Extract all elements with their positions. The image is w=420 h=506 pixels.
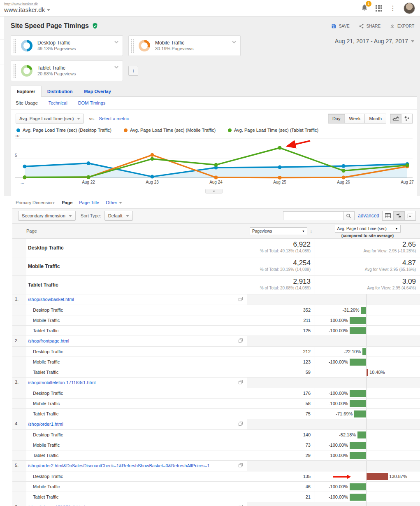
svg-text:Aug 24: Aug 24 [209, 180, 223, 184]
comparison-value: -100.00% [329, 388, 348, 399]
avatar[interactable] [404, 2, 415, 14]
segment-card-tablet[interactable]: Tablet Traffic 20.68% Pageviews [11, 61, 123, 81]
open-page-button[interactable] [238, 463, 243, 469]
chevron-down-icon[interactable] [114, 39, 119, 45]
table-row: Desktop Traffic140-52.18% [12, 430, 420, 440]
page-link[interactable]: /shop/mobiltelefon-171183s1.html [26, 378, 95, 385]
table-row: Desktop Traffic135130.87% [12, 471, 420, 482]
date-range-selector[interactable]: Aug 21, 2017 - Aug 27, 2017 [335, 38, 414, 44]
secondary-dimension-select[interactable]: Secondary dimension [18, 211, 76, 221]
bar-axis-line [367, 294, 367, 305]
tab-explorer[interactable]: Explorer [11, 86, 42, 97]
comparison-view-icon [396, 213, 402, 218]
open-in-new-icon [238, 463, 243, 468]
granularity-month[interactable]: Month [364, 114, 386, 124]
apps-grid-icon[interactable] [376, 5, 382, 12]
page-link[interactable]: /shop/frontpage.html [26, 336, 69, 343]
segment-row-name: Desktop Traffic [26, 430, 247, 440]
open-page-button[interactable] [238, 380, 243, 385]
comparison-value: -100.00% [329, 492, 348, 502]
share-button[interactable]: SHARE [359, 23, 381, 29]
page-link[interactable]: /shop/order2.html&DoSalesDiscountCheck=1… [26, 461, 210, 468]
comparison-bar [362, 348, 366, 355]
tabs-row: ExplorerDistributionMap Overlay [11, 86, 417, 97]
page-link[interactable]: /shop/iphone-171276s1.html [26, 502, 85, 506]
comparison-value: -31.26% [343, 305, 360, 315]
search-input[interactable] [283, 211, 343, 220]
save-button[interactable]: SAVE [331, 23, 350, 29]
kebab-menu-icon[interactable]: ⋮ [390, 5, 396, 11]
table-row: Mobile Traffic46-100.00% [12, 482, 420, 492]
pageviews-value: 123 [247, 357, 315, 367]
comparison-bar [350, 359, 366, 366]
tab-distribution[interactable]: Distribution [42, 86, 79, 97]
subtab-dom-timings[interactable]: DOM Timings [78, 100, 106, 105]
primary-dimension-page[interactable]: Page [62, 200, 72, 205]
segment-row-name: Tablet Traffic [26, 367, 247, 377]
drag-handle-icon[interactable] [131, 39, 134, 53]
chevron-down-icon[interactable] [231, 39, 237, 45]
table-row: Mobile Traffic211-100.00% [12, 315, 420, 326]
page-link[interactable]: /shop/showbasket.html [26, 294, 74, 302]
pageviews-value: 75 [247, 409, 315, 419]
segment-donut-desktop [21, 40, 32, 51]
column-header-page[interactable]: Page [26, 229, 247, 233]
drag-handle-icon[interactable] [13, 64, 16, 78]
sort-direction-icon[interactable]: ↓ [310, 228, 312, 234]
line-chart-view-button[interactable] [390, 114, 401, 124]
granularity-week[interactable]: Week [345, 114, 365, 124]
avg-load-column-select[interactable]: Avg. Page Load Time (sec)▼ [335, 225, 401, 233]
bar-axis-line [367, 388, 367, 398]
property-name[interactable]: www.itasker.dk [4, 7, 45, 14]
subtab-site-usage[interactable]: Site Usage [16, 100, 38, 105]
comparison-value: -100.00% [329, 357, 348, 367]
chevron-down-icon [411, 40, 414, 42]
open-page-button[interactable] [238, 338, 243, 344]
segment-donut-tablet [21, 65, 32, 77]
granularity-day[interactable]: Day [328, 114, 345, 124]
open-page-button[interactable] [238, 422, 243, 427]
pageviews-value: 46 [247, 482, 315, 492]
add-segment-button[interactable]: + [128, 66, 138, 76]
chevron-down-icon [47, 9, 50, 11]
drag-handle-icon[interactable] [13, 39, 16, 53]
sort-type-select[interactable]: Default [104, 211, 133, 221]
data-table-view-button[interactable] [382, 211, 394, 221]
legend-dot-icon [228, 128, 232, 132]
comparison-value: -22.10% [344, 347, 361, 357]
primary-dimension-page-title[interactable]: Page Title [79, 200, 99, 205]
pivot-view-button[interactable] [404, 211, 416, 221]
search-icon [346, 213, 351, 219]
svg-text:10: 10 [15, 135, 20, 138]
comparison-bar [350, 400, 366, 407]
property-block[interactable]: http://www.itasker.dk www.itasker.dk [4, 2, 50, 13]
pageviews-column-select[interactable]: Pageviews▼ [250, 227, 307, 235]
pageviews-value: 352 [247, 305, 315, 315]
export-button[interactable]: EXPORT [390, 23, 414, 29]
open-in-new-icon [238, 422, 243, 426]
motion-chart-view-button[interactable] [401, 114, 413, 124]
bar-axis-line [367, 419, 367, 429]
svg-text:Aug 26: Aug 26 [337, 180, 350, 184]
advanced-link[interactable]: advanced [358, 213, 379, 219]
subtab-technical[interactable]: Technical [49, 100, 67, 105]
metric-select[interactable]: Avg. Page Load Time (sec) [16, 114, 84, 124]
comparison-bar [350, 317, 366, 324]
chart-expand-handle[interactable] [205, 189, 223, 194]
notifications-button[interactable]: 1 [361, 4, 368, 13]
search-button[interactable] [343, 211, 355, 220]
primary-dimension-other[interactable]: Other [106, 200, 122, 205]
chevron-down-icon[interactable] [114, 64, 119, 70]
select-a-metric-link[interactable]: Select a metric [99, 116, 129, 121]
bar-axis-line [367, 378, 367, 388]
page-link[interactable]: /shop/order1.html [26, 419, 63, 427]
open-page-button[interactable] [238, 297, 243, 302]
segment-card-mobile[interactable]: Mobile Traffic 30.19% Pageviews [128, 35, 241, 56]
comparison-bar [367, 473, 388, 480]
row-annotation-arrow-icon [332, 474, 351, 479]
segment-card-desktop[interactable]: Desktop Traffic 49.13% Pageviews [11, 35, 123, 56]
tab-map-overlay[interactable]: Map Overlay [78, 86, 116, 97]
comparison-view-button[interactable] [393, 211, 405, 221]
bar-axis-line [367, 450, 367, 460]
row-index: 1. [12, 294, 26, 305]
